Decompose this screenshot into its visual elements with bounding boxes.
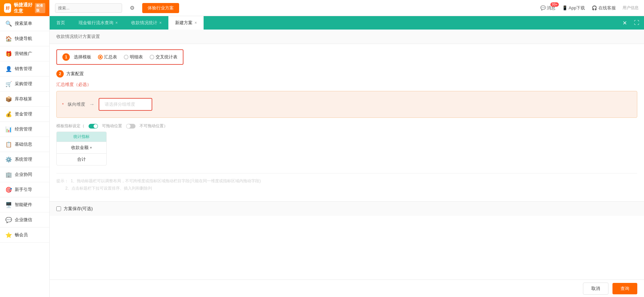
footer-bar: 取消 查询 bbox=[50, 280, 644, 297]
indicator-row-amount[interactable]: 收款金额 ▾ bbox=[57, 142, 106, 153]
person-icon: 👤 bbox=[5, 65, 12, 72]
draggable-toggle-on bbox=[89, 124, 98, 129]
notification-badge[interactable]: 💬 消息 99+ bbox=[540, 5, 556, 11]
notification-count: 99+ bbox=[550, 2, 559, 7]
tab-bank-flow-close[interactable]: × bbox=[115, 20, 118, 25]
dimension-grid: * 纵向维度 → 请选择分组维度 bbox=[56, 91, 637, 118]
sidebar-item-base-info[interactable]: 📋 基础信息 bbox=[0, 137, 49, 152]
sidebar-label-system: 系统管理 bbox=[15, 156, 32, 162]
user-info[interactable]: 用户信息 bbox=[623, 5, 639, 11]
tip1: 提示： 1、拖动标题栏可以调整布局，不可跨维度或指标区域拖动栏目字段(只能在同一… bbox=[56, 178, 637, 185]
gift-icon: 🎁 bbox=[5, 50, 12, 57]
indicator-table: 统计指标 收款金额 ▾ 合计 bbox=[56, 132, 107, 165]
support-label: 在线客服 bbox=[598, 5, 616, 10]
message-icon: 💬 bbox=[540, 5, 546, 10]
step1-label: 选择模板 bbox=[74, 54, 91, 60]
topbar: ⚙ 体验行业方案 💬 消息 99+ 📱 App下载 🎧 在线客服 用户信息 bbox=[50, 0, 644, 16]
indicator-table-header: 统计指标 bbox=[57, 132, 106, 142]
sidebar-item-sales[interactable]: 👤 销售管理 bbox=[0, 61, 49, 77]
indicator-label-prefix: 模板指标设定（ bbox=[56, 123, 85, 129]
draggable-label: 可拖动位置 bbox=[102, 123, 122, 129]
tab-bar: 首页 现金银行流水查询 × 收款情况统计 × 新建方案 × ✕ ⛶ bbox=[50, 16, 644, 30]
sidebar-item-quick-nav[interactable]: 🏠 快捷导航 bbox=[0, 31, 49, 46]
sidebar-item-management[interactable]: 📊 经营管理 bbox=[0, 122, 49, 137]
sidebar-item-hardware[interactable]: 🖥️ 智能硬件 bbox=[0, 197, 49, 212]
sidebar-label-member: 畅会员 bbox=[15, 232, 28, 238]
tab-new-plan-close[interactable]: × bbox=[195, 20, 197, 25]
tab-new-plan[interactable]: 新建方案 × bbox=[168, 16, 204, 30]
support-link[interactable]: 🎧 在线客服 bbox=[592, 5, 616, 11]
user-name: 用户信息 bbox=[623, 5, 639, 10]
tab-collection-stats[interactable]: 收款情况统计 × bbox=[124, 16, 168, 30]
headset-icon: 🎧 bbox=[592, 5, 597, 10]
download-icon: 📱 bbox=[562, 5, 568, 10]
tab-close-all-icon[interactable]: ✕ bbox=[620, 18, 629, 28]
sidebar-item-capital[interactable]: 💰 资金管理 bbox=[0, 107, 49, 122]
sidebar-item-guide[interactable]: 🎯 新手引导 bbox=[0, 182, 49, 197]
download-label: App下载 bbox=[569, 5, 585, 10]
app-name: 畅捷通好生意 bbox=[14, 2, 35, 14]
tip2-text: 2、点击标题栏下拉可设置排序、插入列和删除列 bbox=[65, 186, 152, 191]
sidebar-item-inventory[interactable]: 📦 库存核算 bbox=[0, 92, 49, 107]
tab-collection-stats-close[interactable]: × bbox=[159, 20, 162, 25]
radio-cross[interactable]: 交叉统计表 bbox=[150, 54, 177, 60]
star-icon: ⭐ bbox=[5, 232, 12, 238]
tab-bank-flow[interactable]: 现金银行流水查询 × bbox=[72, 16, 124, 30]
sidebar-label-enterprise: 企业协同 bbox=[15, 171, 32, 178]
sidebar-label-guide: 新手引导 bbox=[15, 187, 32, 193]
draggable-legend: 模板指标设定（ 可拖动位置 不可拖动位置） bbox=[56, 123, 637, 129]
sidebar-label-hardware: 智能硬件 bbox=[15, 202, 32, 208]
download-link[interactable]: 📱 App下载 bbox=[562, 5, 585, 11]
tab-bank-flow-label: 现金银行流水查询 bbox=[78, 20, 113, 26]
sidebar-label-management: 经营管理 bbox=[15, 126, 32, 132]
save-checkbox[interactable] bbox=[56, 206, 61, 211]
cancel-button[interactable]: 取消 bbox=[583, 283, 608, 295]
search-input[interactable] bbox=[55, 3, 122, 13]
dimension-label: 汇总维度（必选） bbox=[56, 82, 637, 88]
topbar-right: 💬 消息 99+ 📱 App下载 🎧 在线客服 用户信息 bbox=[540, 5, 639, 11]
target-icon: 🎯 bbox=[5, 186, 12, 193]
dimension-label-text: 汇总维度（必选） bbox=[56, 82, 91, 87]
step2-label: 方案配置 bbox=[66, 71, 84, 77]
form-section: 1 选择模板 汇总表 明细表 bbox=[50, 44, 644, 201]
clipboard-icon: 📋 bbox=[5, 141, 12, 148]
radio-dot-cross bbox=[150, 55, 154, 59]
radio-dot-detail bbox=[124, 55, 128, 59]
indicator-section: 模板指标设定（ 可拖动位置 不可拖动位置） 统计指标 收款金额 ▾ bbox=[56, 123, 637, 166]
sidebar-item-enterprise[interactable]: 🏢 企业协同 bbox=[0, 167, 49, 182]
sidebar-label-search: 搜索菜单 bbox=[15, 20, 32, 27]
draggable-toggle-off bbox=[126, 124, 136, 129]
page-inner: 收款情况统计方案设置 1 选择模板 汇总表 bbox=[50, 30, 644, 280]
app-logo: 好 畅捷通好生意 标准版 bbox=[0, 0, 49, 16]
indicator-total-label: 合计 bbox=[77, 156, 86, 162]
tab-home[interactable]: 首页 bbox=[50, 16, 72, 30]
sidebar-item-wechat[interactable]: 💬 企业微信 bbox=[0, 212, 49, 228]
tabs-actions: ✕ ⛶ bbox=[620, 18, 644, 28]
sidebar: 好 畅捷通好生意 标准版 🔍 搜索菜单 🏠 快捷导航 🎁 营销推广 👤 销售管理… bbox=[0, 0, 50, 297]
tip1-text: 1、拖动标题栏可以调整布局，不可跨维度或指标区域拖动栏目字段(只能在同一维度或指… bbox=[71, 179, 261, 183]
trial-button[interactable]: 体验行业方案 bbox=[142, 3, 179, 13]
dimension-selector[interactable]: 请选择分组维度 bbox=[99, 98, 152, 111]
query-button[interactable]: 查询 bbox=[612, 283, 637, 294]
sidebar-item-member[interactable]: ⭐ 畅会员 bbox=[0, 228, 49, 243]
tab-expand-icon[interactable]: ⛶ bbox=[632, 18, 641, 28]
version-tag: 标准版 bbox=[35, 3, 45, 13]
sidebar-item-marketing[interactable]: 🎁 营销推广 bbox=[0, 46, 49, 61]
settings-icon[interactable]: ⚙ bbox=[127, 3, 137, 13]
step1-row: 1 选择模板 汇总表 明细表 bbox=[56, 49, 637, 65]
sidebar-label-base-info: 基础信息 bbox=[15, 141, 32, 147]
save-label: 方案保存(可选) bbox=[64, 206, 93, 212]
breadcrumb: 收款情况统计方案设置 bbox=[50, 30, 644, 44]
sidebar-item-search[interactable]: 🔍 搜索菜单 bbox=[0, 16, 49, 31]
radio-detail[interactable]: 明细表 bbox=[124, 54, 143, 60]
sidebar-item-purchase[interactable]: 🛒 采购管理 bbox=[0, 77, 49, 92]
radio-summary[interactable]: 汇总表 bbox=[98, 54, 117, 60]
monitor-icon: 🖥️ bbox=[5, 201, 12, 208]
dimension-section: 汇总维度（必选） * 纵向维度 → 请选择分组维度 bbox=[56, 82, 637, 118]
sidebar-label-marketing: 营销推广 bbox=[15, 51, 32, 57]
sidebar-item-system[interactable]: ⚙️ 系统管理 bbox=[0, 152, 49, 167]
non-draggable-label: 不可拖动位置） bbox=[140, 123, 168, 129]
tab-home-label: 首页 bbox=[56, 20, 65, 26]
chat-icon: 💬 bbox=[5, 216, 12, 223]
home-icon: 🏠 bbox=[5, 35, 12, 42]
